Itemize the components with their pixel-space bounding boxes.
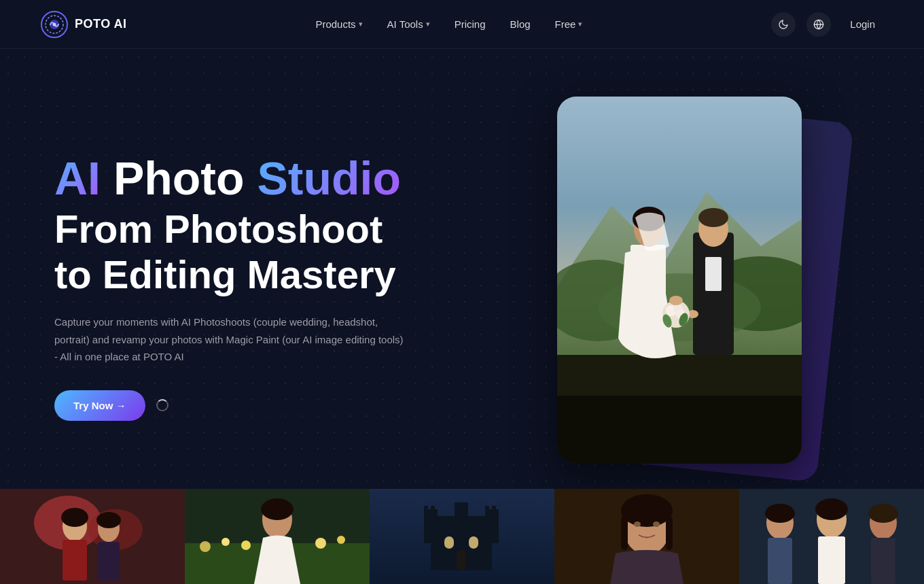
- strip-item-3: [370, 489, 554, 584]
- logo[interactable]: POTO AI: [41, 11, 127, 38]
- theme-toggle-button[interactable]: [771, 12, 796, 37]
- nav-blog[interactable]: Blog: [501, 13, 540, 35]
- svg-point-73: [815, 498, 848, 520]
- globe-icon: [813, 19, 824, 30]
- svg-rect-72: [818, 536, 845, 584]
- login-button[interactable]: Login: [842, 14, 883, 34]
- bottom-image-strip: [0, 489, 924, 584]
- svg-point-41: [200, 541, 211, 552]
- strip-item-5: [739, 489, 924, 584]
- hero-title-line2: From Photoshoot: [54, 207, 476, 252]
- hero-title-studio: Studio: [245, 152, 401, 204]
- nav-menu: Products ▾ AI Tools ▾ Pricing Blog Free …: [306, 13, 592, 35]
- svg-point-45: [337, 536, 345, 544]
- svg-point-44: [315, 538, 326, 549]
- svg-rect-53: [424, 506, 428, 513]
- svg-point-76: [868, 504, 898, 523]
- moon-icon: [778, 19, 789, 30]
- svg-point-36: [96, 512, 121, 528]
- language-button[interactable]: [806, 12, 831, 37]
- phone-frame: [557, 97, 815, 477]
- chevron-down-icon: ▾: [359, 20, 363, 29]
- strip-item-4: [554, 489, 739, 584]
- nav-free[interactable]: Free ▾: [546, 13, 592, 35]
- loading-spinner: [156, 399, 168, 411]
- svg-rect-55: [485, 506, 489, 513]
- hero-title-line1: AI Photo Studio: [54, 153, 476, 204]
- strip-item-1: [0, 489, 185, 584]
- svg-point-65: [634, 521, 641, 527]
- logo-text: POTO AI: [75, 17, 127, 31]
- svg-rect-57: [444, 536, 454, 549]
- svg-point-66: [653, 521, 660, 527]
- svg-rect-54: [431, 506, 435, 513]
- svg-rect-56: [492, 506, 496, 513]
- hero-image-area: [503, 97, 870, 477]
- hero-title-photo: Photo: [101, 152, 245, 204]
- strip-item-2: [185, 489, 370, 584]
- svg-rect-29: [557, 396, 802, 464]
- svg-rect-50: [424, 509, 438, 543]
- logo-icon: [41, 11, 68, 38]
- svg-point-43: [241, 540, 251, 550]
- hero-actions: Try Now →: [54, 390, 476, 421]
- navbar: POTO AI Products ▾ AI Tools ▾ Pricing Bl…: [0, 0, 924, 49]
- nav-ai-tools[interactable]: AI Tools ▾: [378, 13, 440, 35]
- chevron-down-icon: ▾: [426, 20, 430, 29]
- svg-rect-69: [768, 538, 792, 584]
- svg-point-28: [669, 296, 683, 305]
- svg-rect-51: [485, 509, 499, 543]
- hero-title-ai: AI: [54, 152, 101, 204]
- hero-title-line3: to Editing Mastery: [54, 252, 476, 298]
- svg-rect-17: [705, 257, 722, 291]
- svg-point-35: [61, 508, 88, 527]
- chevron-down-icon: ▾: [578, 20, 582, 29]
- svg-rect-12: [693, 233, 734, 355]
- svg-point-42: [221, 538, 230, 546]
- svg-rect-19: [630, 245, 666, 299]
- svg-rect-63: [621, 516, 628, 550]
- hero-description: Capture your moments with AI Photoshoots…: [54, 313, 408, 366]
- svg-point-47: [261, 498, 294, 520]
- hero-content: AI Photo Studio From Photoshoot to Editi…: [54, 153, 503, 421]
- phone-card-main: [557, 97, 802, 464]
- hero-section: AI Photo Studio From Photoshoot to Editi…: [0, 49, 924, 525]
- nav-right: Login: [771, 12, 883, 37]
- svg-point-62: [621, 494, 673, 527]
- svg-rect-58: [469, 536, 478, 549]
- wedding-photo: [557, 97, 802, 464]
- nav-pricing[interactable]: Pricing: [445, 13, 495, 35]
- svg-point-14: [698, 208, 728, 227]
- nav-products[interactable]: Products ▾: [306, 13, 372, 35]
- svg-point-70: [765, 504, 795, 523]
- svg-rect-38: [98, 542, 120, 581]
- svg-rect-75: [871, 538, 895, 584]
- svg-rect-52: [455, 502, 468, 530]
- svg-rect-59: [457, 550, 466, 570]
- svg-rect-37: [63, 540, 87, 581]
- svg-point-3: [53, 22, 56, 26]
- try-now-button[interactable]: Try Now →: [54, 390, 145, 421]
- svg-rect-64: [666, 516, 673, 550]
